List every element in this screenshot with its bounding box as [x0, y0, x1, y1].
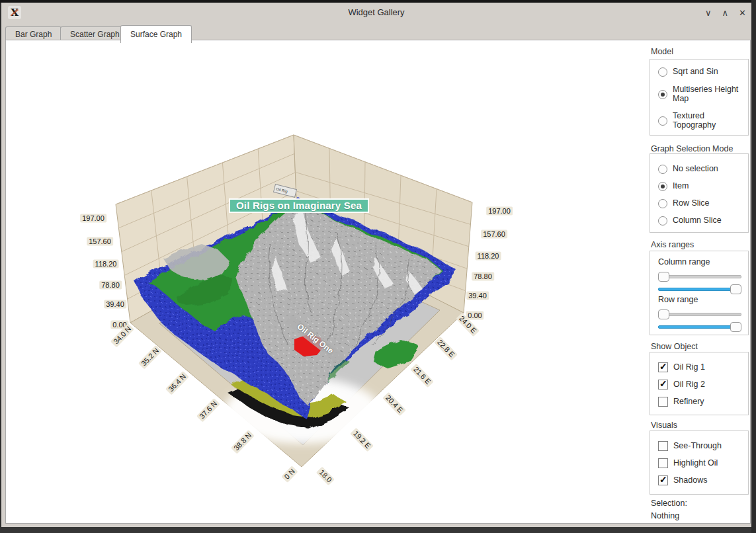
value-axis-tick-right: 78.80 — [472, 272, 494, 281]
tab-surface-graph[interactable]: Surface Graph — [120, 25, 192, 43]
radio-icon[interactable] — [658, 216, 667, 226]
slider-handle[interactable] — [730, 284, 741, 294]
value-axis-tick-right: 118.20 — [476, 252, 501, 261]
radio-column-slice[interactable]: Column Slice — [658, 216, 739, 226]
visuals-groupbox: See-Through Highlight Oil Shadows — [650, 430, 749, 495]
titlebar[interactable]: X Widget Gallery ∨ ∧ ✕ — [1, 3, 751, 22]
control-panel: Model Sqrt and Sin Multiseries Height Ma… — [644, 40, 751, 524]
value-axis-tick-right: 157.60 — [481, 230, 507, 239]
radio-row-slice[interactable]: Row Slice — [658, 199, 739, 208]
axis-ranges-section-label: Axis ranges — [651, 240, 694, 249]
checkbox-oil-rig-1[interactable]: Oil Rig 1 — [658, 362, 739, 372]
radio-sqrt-and-sin[interactable]: Sqrt and Sin — [658, 67, 739, 77]
value-axis-tick-left: 78.80 — [99, 281, 122, 290]
value-axis-tick-left: 39.40 — [104, 300, 126, 309]
checkbox-icon[interactable] — [658, 397, 668, 407]
slider-handle[interactable] — [730, 322, 741, 332]
checkbox-highlight-oil[interactable]: Highlight Oil — [658, 458, 739, 468]
slider-handle[interactable] — [658, 272, 669, 282]
column-range-label: Column range — [658, 258, 737, 267]
value-axis-tick-left: 197.00 — [80, 214, 106, 223]
close-icon[interactable]: ✕ — [739, 8, 746, 18]
surface-3d-chart[interactable]: Oil Rig Two Oil Rigs on Imaginary Sea Oi… — [6, 40, 637, 523]
window-frame-bottom — [0, 527, 756, 533]
value-axis-tick-left: 118.20 — [93, 260, 119, 268]
radio-no-selection[interactable]: No selection — [658, 165, 739, 174]
value-axis-tick-right: 0.00 — [466, 311, 483, 320]
window-frame-right — [751, 0, 756, 533]
radio-item[interactable]: Item — [658, 182, 739, 191]
row-range-label: Row range — [658, 296, 737, 305]
checkbox-shadows[interactable]: Shadows — [658, 475, 739, 485]
selection-status-value: Nothing — [651, 511, 679, 520]
checkbox-see-through[interactable]: See-Through — [658, 441, 739, 451]
maximize-icon[interactable]: ∧ — [722, 8, 729, 18]
checkbox-icon[interactable] — [658, 362, 668, 372]
visuals-section-label: Visuals — [651, 421, 677, 430]
value-axis-tick-right: 197.00 — [486, 207, 513, 216]
slider-handle[interactable] — [658, 309, 669, 319]
show-object-section-label: Show Object — [651, 342, 698, 351]
radio-icon[interactable] — [658, 199, 667, 208]
axis-ranges-groupbox: Column range Row range — [650, 251, 749, 335]
checkbox-refinery[interactable]: Refinery — [658, 397, 739, 407]
column-range-max-slider[interactable] — [658, 284, 741, 294]
checkbox-oil-rig-2[interactable]: Oil Rig 2 — [658, 380, 739, 390]
column-range-min-slider[interactable] — [658, 272, 741, 282]
checkbox-icon[interactable] — [658, 458, 668, 468]
row-range-min-slider[interactable] — [658, 309, 741, 319]
chart-title: Oil Rigs on Imaginary Sea — [229, 198, 369, 213]
radio-textured-topography[interactable]: Textured Topography — [658, 112, 739, 130]
value-axis-tick-left: 157.60 — [87, 237, 113, 246]
value-axis-tick-right: 39.40 — [466, 292, 489, 300]
radio-icon[interactable] — [658, 90, 667, 99]
minimize-icon[interactable]: ∨ — [705, 8, 712, 18]
selection-mode-groupbox: No selection Item Row Slice Column Slice — [650, 153, 749, 233]
model-section-label: Model — [651, 47, 673, 56]
radio-icon[interactable] — [658, 165, 667, 174]
radio-icon[interactable] — [658, 182, 667, 191]
radio-multiseries-height-map[interactable]: Multiseries Height Map — [658, 85, 739, 104]
selection-status-label: Selection: — [651, 499, 687, 508]
checkbox-icon[interactable] — [658, 441, 668, 451]
window-title: Widget Gallery — [1, 3, 751, 22]
radio-icon[interactable] — [658, 67, 667, 77]
checkbox-icon[interactable] — [658, 475, 668, 485]
show-object-groupbox: Oil Rig 1 Oil Rig 2 Refinery — [650, 352, 749, 415]
selection-mode-section-label: Graph Selection Mode — [651, 144, 733, 153]
surface-graph-page: Oil Rig Two Oil Rigs on Imaginary Sea Oi… — [5, 40, 751, 524]
app-window: X Widget Gallery ∨ ∧ ✕ Bar Graph Scatter… — [1, 3, 751, 527]
model-groupbox: Sqrt and Sin Multiseries Height Map Text… — [650, 59, 749, 136]
radio-icon[interactable] — [658, 116, 667, 126]
checkbox-icon[interactable] — [658, 380, 668, 390]
row-range-max-slider[interactable] — [658, 322, 741, 332]
